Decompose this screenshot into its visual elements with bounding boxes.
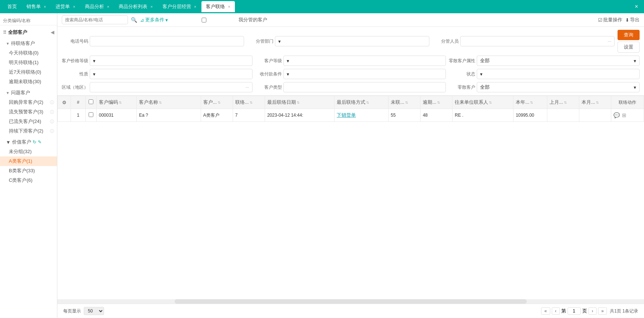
pagination: « ‹ 第 页 › »	[541, 307, 607, 315]
sidebar-item-week[interactable]: 近7天待联络(0)	[0, 67, 57, 77]
dots-icon: ⠿	[3, 30, 7, 35]
sidebar-problem-title[interactable]: ▼ 问题客户	[0, 88, 57, 98]
close-customer-contact-tab[interactable]: ×	[228, 4, 230, 9]
col-this-month[interactable]: 本月... ⇅	[579, 96, 611, 109]
sidebar-item-class-b[interactable]: B类客户(33)	[0, 166, 57, 176]
settings-button[interactable]: 设置	[618, 42, 640, 53]
sidebar-item-churned[interactable]: 已流失客户(24) ⓘ	[0, 117, 57, 126]
col-name[interactable]: 客户名称 ⇅	[137, 96, 201, 109]
sidebar-item-declining[interactable]: 持续下滑客户(2) ⓘ	[0, 126, 57, 136]
sidebar-pending-title[interactable]: ▼ 待联络客户	[0, 39, 57, 48]
col-contact[interactable]: 联络... ⇅	[233, 96, 265, 109]
cell-no-contact: 55	[389, 109, 421, 122]
my-customer-checkbox[interactable]	[171, 18, 237, 22]
field-status-select[interactable]: ▾	[477, 69, 640, 79]
col-company-contact[interactable]: 往来单位联系人 ⇅	[452, 96, 514, 109]
ellipsis-icon2: ···	[246, 85, 249, 90]
sort-icon-name: ⇅	[159, 100, 162, 105]
main-search-icon[interactable]: 🔍	[131, 17, 137, 23]
total-info: 共1页 1条记录	[610, 308, 638, 314]
grid-icon[interactable]: ⊞	[622, 112, 626, 118]
field-customer-type: 客户类型	[255, 82, 446, 92]
sidebar-search-input[interactable]	[3, 18, 57, 23]
sidebar-item-overdue[interactable]: 逾期未联络(30)	[0, 77, 57, 86]
first-page-btn[interactable]: «	[541, 307, 550, 315]
tab-product-analysis-list[interactable]: 商品分析列表 ×	[114, 1, 157, 12]
select-all-checkbox[interactable]	[89, 99, 93, 104]
col-last-contact-date[interactable]: 最后联络日期 ⇅	[265, 96, 334, 109]
field-retail-attr-select[interactable]: 全部 ▾	[477, 56, 640, 66]
sidebar-item-class-a[interactable]: A类客户(1)	[0, 156, 57, 166]
page-number-input[interactable]	[568, 307, 581, 315]
sidebar-all-customers-header[interactable]: ⠿ 全部客户 ◀	[0, 27, 57, 38]
sidebar-item-class-c[interactable]: C类客户(6)	[0, 176, 57, 185]
sidebar-item-unclassified[interactable]: 未分组(32)	[0, 147, 57, 156]
field-price-level-select[interactable]: ▾	[90, 56, 253, 66]
more-filter-btn[interactable]: ⊿ 更多条件 ▾	[140, 17, 168, 23]
sort-icon-method: ⇅	[366, 100, 369, 105]
close-product-analysis-tab[interactable]: ×	[107, 4, 109, 9]
field-payment-select[interactable]: ▾	[283, 69, 446, 79]
my-customer-checkbox-group: 我分管的客户	[171, 17, 267, 23]
tab-sales[interactable]: 销售单 ×	[22, 1, 50, 12]
col-last-month[interactable]: 上月... ⇅	[547, 96, 579, 109]
field-retail-select[interactable]: 全部 ▾	[477, 82, 640, 92]
field-manager-input[interactable]: ···	[460, 36, 615, 46]
filter-row-3: 性质 ▾ 收付款条件 ▾ 状态 ▾	[62, 69, 640, 79]
sort-icon-company: ⇅	[489, 100, 492, 105]
next-page-btn[interactable]: ›	[588, 307, 597, 315]
query-button[interactable]: 查询	[618, 30, 640, 40]
main-search-input[interactable]	[62, 15, 128, 24]
close-product-list-tab[interactable]: ×	[150, 4, 153, 9]
field-phone-input[interactable]	[90, 36, 244, 46]
export-btn[interactable]: ⬇ 导出	[625, 17, 640, 23]
close-sales-tab[interactable]: ×	[44, 4, 46, 9]
tab-home[interactable]: 首页	[3, 1, 21, 12]
per-page-select[interactable]: 50 100 200	[84, 307, 104, 315]
field-phone: 电话号码	[62, 36, 244, 46]
field-customer-type-input[interactable]	[283, 82, 446, 92]
sort-icon-contact: ⇅	[250, 100, 253, 105]
info-icon4: ⓘ	[50, 128, 54, 134]
field-nature-select[interactable]: ▾	[90, 69, 253, 79]
field-nature-label: 性质	[62, 71, 88, 77]
prev-page-btn[interactable]: ‹	[552, 307, 560, 315]
edit-icon[interactable]: ✎	[38, 139, 42, 145]
refresh-icon[interactable]: ↻	[33, 139, 36, 145]
field-dept-select[interactable]: ▾	[275, 36, 429, 46]
field-phone-label: 电话号码	[62, 38, 88, 45]
field-customer-level-select[interactable]: ▾	[283, 56, 446, 66]
tab-customer-segment[interactable]: 客户分层经营 ×	[158, 1, 201, 12]
chat-icon[interactable]: 💬	[613, 112, 620, 118]
sidebar-value-header[interactable]: ▼ 价值客户 ↻ ✎	[0, 137, 57, 147]
cell-code: 000031	[97, 109, 137, 122]
col-settings[interactable]: ⚙	[58, 96, 71, 109]
sidebar-item-churn-warning[interactable]: 流失预警客户(3) ⓘ	[0, 107, 57, 117]
top-nav: 首页 销售单 × 进货单 × 商品分析 × 商品分析列表 × 客户分层经营 × …	[0, 0, 644, 13]
close-purchase-tab[interactable]: ×	[73, 4, 75, 9]
col-no-contact[interactable]: 未联... ⇅	[389, 96, 421, 109]
col-this-year[interactable]: 本年... ⇅	[514, 96, 547, 109]
last-page-btn[interactable]: »	[598, 307, 607, 315]
field-region-input[interactable]: ···	[90, 82, 253, 92]
field-retail: 零散客户 全部 ▾	[449, 82, 640, 92]
col-last-contact-method[interactable]: 最后联络方式 ⇅	[334, 96, 389, 109]
field-manager: 分管人员 ···	[432, 36, 615, 46]
close-customer-segment-tab[interactable]: ×	[194, 4, 196, 9]
tab-product-analysis[interactable]: 商品分析 ×	[80, 1, 114, 12]
close-all-tabs[interactable]: ×	[632, 2, 641, 11]
sidebar-item-today[interactable]: 今天待联络(0)	[0, 48, 57, 58]
tab-customer-contact[interactable]: 客户联络 ×	[201, 1, 235, 12]
page-label: 第	[561, 308, 566, 314]
col-overdue[interactable]: 逾期... ⇅	[421, 96, 452, 109]
col-code[interactable]: 客户编码 ⇅	[97, 96, 137, 109]
contact-method-link[interactable]: 下销货单	[337, 112, 356, 118]
settings-icon[interactable]: ⚙	[62, 100, 67, 105]
row-checkbox[interactable]	[89, 112, 93, 117]
sidebar-item-abnormal[interactable]: 回购异常客户(2) ⓘ	[0, 98, 57, 107]
sidebar-item-tomorrow[interactable]: 明天待联络(1)	[0, 58, 57, 67]
horizontal-scrollbar[interactable]	[57, 299, 644, 304]
col-type[interactable]: 客户... ⇅	[201, 96, 233, 109]
batch-op-btn[interactable]: ☑ 批量操作	[598, 17, 622, 23]
tab-purchase[interactable]: 进货单 ×	[51, 1, 79, 12]
